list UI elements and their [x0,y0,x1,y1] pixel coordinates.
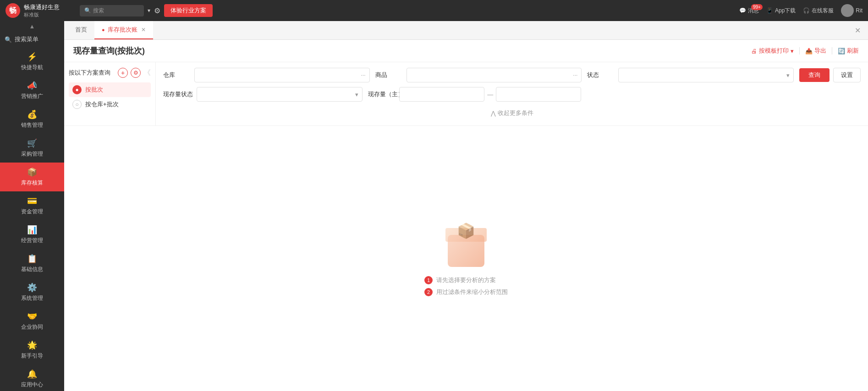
status-field: 状态 ▾ [587,68,794,82]
warehouse-input-wrap[interactable]: ··· [194,68,370,82]
hint-text-1: 请先选择要分析的方案 [436,276,496,284]
inventory-qty-field: 现存量（主） — [368,87,567,102]
scheme-item-by-batch[interactable]: ● 按批次 [69,82,151,97]
scheme-active-icon: ● [72,85,82,94]
tab-home-label: 首页 [75,26,87,34]
empty-hint-1: 1 请先选择要分析的方案 [424,276,508,284]
inventory-status-label: 现存量状态 [163,90,193,98]
topbar-dropdown[interactable]: ▾ [148,7,150,14]
app-download-btn[interactable]: 📱 App下载 [766,7,796,15]
export-btn[interactable]: 📤 导出 [805,47,826,55]
messages-btn[interactable]: 💬 消息 99+ [739,7,759,15]
sidebar-item-inventory[interactable]: 📦 库存核算 [0,163,64,191]
export-icon: 📤 [805,48,813,54]
topbar-gear-icon[interactable]: ⚙ [154,6,160,15]
scheme-by-warehouse-batch-label: 按仓库+批次 [85,100,119,109]
sidebar-item-label: 销售管理 [21,121,43,129]
inventory-qty-label: 现存量（主） [368,90,396,98]
sidebar-item-system[interactable]: ⚙️ 系统管理 [0,278,64,307]
collapse-more-btn[interactable]: ⋀ 收起更多条件 [163,106,861,120]
app-logo: 畅 [5,3,20,18]
add-scheme-btn[interactable]: + [118,68,128,78]
sidebar-item-enterprise[interactable]: 🤝 企业协同 [0,307,64,336]
tab-right-close: ✕ [851,24,864,37]
main-layout: ▲ 🔍 搜索菜单 ⚡ 快捷导航 📣 营销推广 💰 销售管理 🛒 采购管理 📦 库… [0,21,868,391]
app-edition: 标准版 [24,11,61,18]
topbar-search[interactable]: 🔍 搜索 [80,5,144,16]
sidebar: ▲ 🔍 搜索菜单 ⚡ 快捷导航 📣 营销推广 💰 销售管理 🛒 采购管理 📦 库… [0,21,64,391]
sidebar-item-label: 应用中心 [21,381,43,389]
product-field: 商品 ··· [375,68,582,82]
empty-state: 📦 1 请先选择要分析的方案 2 用过滤条件来缩小分析范围 [64,126,868,391]
empty-figure: 📦 [457,222,475,239]
sidebar-item-operation[interactable]: 📊 经营管理 [0,220,64,249]
scheme-inactive-icon: ○ [72,100,82,109]
scheme-sidebar: 按以下方案查询 + ⚙ 《 ● 按批次 ○ 按仓库+批次 [64,62,156,125]
scheme-header-label: 按以下方案查询 [69,69,110,77]
inventory-status-select[interactable]: ▾ [197,87,363,102]
page-title: 现存量查询(按批次) [73,45,751,56]
tab-inventory-batch-label: 库存批次账 [108,26,137,34]
filter-fields: 仓库 ··· 商品 ··· [156,62,868,125]
user-avatar-area[interactable]: Rit [841,4,863,17]
collapse-up-icon: ⋀ [491,110,496,117]
sidebar-item-basic[interactable]: 📋 基础信息 [0,249,64,278]
status-dropdown-icon: ▾ [786,72,790,79]
sidebar-item-quick-nav[interactable]: ⚡ 快捷导航 [0,47,64,76]
action-divider-1 [799,47,800,54]
warehouse-input[interactable] [198,72,359,79]
template-print-dropdown-icon[interactable]: ▾ [791,48,794,54]
page-header: 现存量查询(按批次) 🖨 按模板打印 ▾ 📤 导出 🔄 [64,40,868,62]
inventory-qty-max[interactable] [496,87,581,102]
printer-icon: 🖨 [751,48,757,54]
finance-icon: 💳 [27,196,37,206]
sidebar-item-label: 经营管理 [21,237,43,244]
sidebar-item-marketing[interactable]: 📣 营销推广 [0,76,64,105]
sidebar-item-label: 新手引导 [21,352,43,360]
filter-row-1: 仓库 ··· 商品 ··· [163,68,861,82]
sidebar-item-label: 系统管理 [21,294,43,302]
avatar [841,4,854,17]
query-btn[interactable]: 查询 [799,68,830,82]
warehouse-more-btn[interactable]: ··· [361,72,366,78]
tab-close-btn[interactable]: ✕ [141,27,146,33]
online-service-btn[interactable]: 🎧 在线客服 [803,7,834,15]
inventory-qty-min[interactable] [399,87,484,102]
product-input[interactable] [411,72,571,79]
warehouse-label: 仓库 [163,71,191,79]
sidebar-item-label: 快捷导航 [21,64,43,71]
filter-panel: 按以下方案查询 + ⚙ 《 ● 按批次 ○ 按仓库+批次 [64,62,868,126]
sidebar-scroll-up[interactable]: ▲ [0,21,64,32]
trial-btn[interactable]: 体验行业方案 [164,4,213,17]
status-label: 状态 [587,71,615,79]
scheme-item-by-warehouse-batch[interactable]: ○ 按仓库+批次 [69,97,151,112]
sidebar-item-purchase[interactable]: 🛒 采购管理 [0,134,64,163]
topbar-right: 💬 消息 99+ 📱 App下载 🎧 在线客服 Rit [739,4,863,17]
tab-home[interactable]: 首页 [68,21,94,39]
product-input-wrap[interactable]: ··· [407,68,582,82]
tab-right-close-btn[interactable]: ✕ [851,24,864,37]
brand-name: 畅康通好生意 [24,3,60,11]
marketing-icon: 📣 [27,81,37,91]
appcenter-icon: 🔔 [27,369,37,379]
sidebar-search[interactable]: 🔍 搜索菜单 [0,32,64,47]
template-print-btn[interactable]: 🖨 按模板打印 ▾ [751,47,794,55]
sidebar-item-appcenter[interactable]: 🔔 应用中心 [0,364,64,391]
action-divider-2 [832,47,832,54]
purchase-icon: 🛒 [27,138,37,148]
tab-batch-pin: ● [102,27,105,33]
setting-btn[interactable]: 设置 [833,68,861,82]
empty-hint-2: 2 用过滤条件来缩小分析范围 [424,288,508,296]
operation-icon: 📊 [27,225,37,235]
sidebar-item-finance[interactable]: 💳 资金管理 [0,191,64,220]
refresh-btn[interactable]: 🔄 刷新 [838,47,859,55]
sidebar-item-newbie[interactable]: 🌟 新手引导 [0,336,64,364]
scheme-collapse-btn[interactable]: 《 [143,68,151,78]
page-header-actions: 🖨 按模板打印 ▾ 📤 导出 🔄 刷新 [751,47,859,55]
system-icon: ⚙️ [27,282,37,293]
sidebar-item-sales[interactable]: 💰 销售管理 [0,105,64,134]
status-select[interactable]: ▾ [618,68,794,82]
tab-inventory-batch[interactable]: ● 库存批次账 ✕ [94,21,153,39]
scheme-settings-btn[interactable]: ⚙ [131,68,141,78]
product-more-btn[interactable]: ··· [573,72,577,78]
